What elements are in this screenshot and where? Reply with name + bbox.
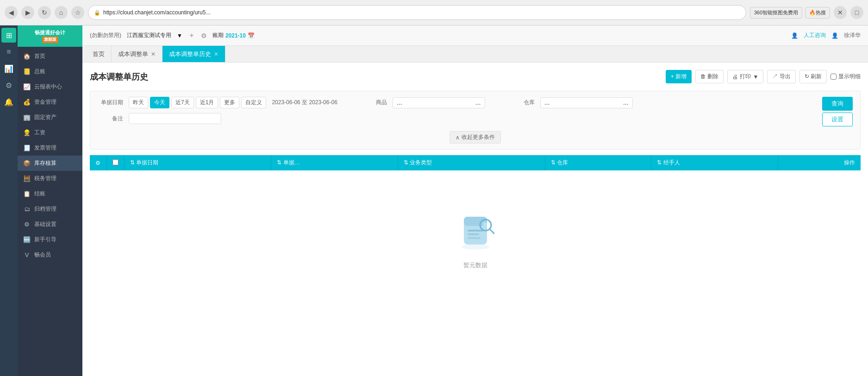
sidebar-label-ledger: 总账: [34, 68, 45, 75]
empty-state: 暂元数据: [90, 170, 861, 307]
sidebar-item-archive[interactable]: 🗂 归档管理: [18, 201, 82, 217]
calendar-icon[interactable]: 📅: [248, 32, 255, 39]
collapse-button[interactable]: ∧ 收起更多条件: [450, 131, 501, 144]
export-button[interactable]: ↗ 导出: [767, 70, 795, 83]
goods-select-btn[interactable]: … …: [393, 97, 485, 108]
date-custom-btn[interactable]: 自定义: [241, 97, 266, 108]
show-detail-checkbox[interactable]: 显示明细: [831, 73, 861, 81]
address-bar[interactable]: 🔒 https://cloud.chanjet.com/accounting/u…: [88, 5, 746, 20]
th-settings[interactable]: ⚙: [90, 155, 106, 170]
icon-bar: ⊞ ≡ 📊 ⚙ 🔔: [0, 25, 18, 376]
print-dropdown-icon[interactable]: ▼: [753, 74, 758, 80]
iconbar-item-0[interactable]: ⊞: [1, 28, 16, 43]
filter-area: 单据日期 昨天 今天 近7天 近1月 更多 自定义 2023-06-06 至 2…: [90, 91, 861, 150]
th-date-label: ⇅ 单据日期: [130, 159, 158, 166]
th-checkbox[interactable]: [106, 155, 124, 170]
tab-cost-adjust-history[interactable]: 成本调整单历史 ✕: [162, 46, 225, 62]
lock-icon: 🔒: [94, 10, 100, 16]
svg-rect-4: [468, 233, 479, 235]
date-yesterday-btn[interactable]: 昨天: [129, 97, 148, 108]
user-service-label[interactable]: 人工咨询: [804, 31, 826, 39]
main-content: (勿删勿禁用) 江西服宝测试专用 ▼ ＋ ⚙ 账期 2021-10 📅 👤 人工…: [82, 25, 868, 376]
page-actions: + 新增 🗑 删除 🖨 打印 ▼ ↗ 导出 ↻ 刷新 显示明细: [666, 70, 861, 83]
th-handler[interactable]: ⇅ 经手人: [651, 155, 778, 170]
svg-point-0: [462, 244, 489, 250]
th-number-label: ⇅ 单据…: [277, 159, 300, 166]
sidebar-label-settings: 基础设置: [34, 220, 56, 228]
show-detail-input[interactable]: [831, 74, 837, 80]
tab-home[interactable]: 首页: [86, 46, 112, 62]
iconbar-item-3[interactable]: ⚙: [1, 78, 16, 93]
archive-icon: 🗂: [23, 206, 31, 213]
home-button[interactable]: ⌂: [55, 6, 68, 19]
url-text: https://cloud.chanjet.com/accounting/uru…: [103, 9, 210, 16]
sidebar-item-ledger[interactable]: 📒 总账: [18, 64, 82, 79]
window-max-button[interactable]: □: [850, 6, 863, 19]
tab-cost-adjust-close[interactable]: ✕: [151, 51, 156, 57]
browser-chrome: ◀ ▶ ↻ ⌂ ☆ 🔒 https://cloud.chanjet.com/ac…: [0, 0, 868, 25]
sidebar-item-inventory[interactable]: 📦 库存核算: [18, 156, 82, 171]
sidebar-item-funds[interactable]: 💰 资金管理: [18, 94, 82, 110]
setting-button[interactable]: 设置: [822, 113, 853, 126]
sidebar-logo: 畅捷通好会计 旗舰版: [35, 29, 65, 43]
hot-search-label[interactable]: 🔥热搜: [805, 7, 830, 19]
tab-cost-adjust-history-close[interactable]: ✕: [214, 51, 219, 57]
gear-icon[interactable]: ⚙: [201, 32, 207, 39]
settings-icon: ⚙: [23, 221, 31, 228]
sidebar-item-payroll[interactable]: 👷 工资: [18, 125, 82, 140]
iconbar-item-4[interactable]: 🔔: [1, 94, 16, 109]
th-warehouse[interactable]: ⇅ 仓库: [545, 155, 651, 170]
vip-icon: V: [23, 251, 31, 258]
empty-state-cell: 暂元数据: [90, 170, 861, 307]
warehouse-select-btn[interactable]: … …: [540, 97, 633, 108]
sidebar-item-guide[interactable]: 🆕 新手引导: [18, 232, 82, 247]
new-button[interactable]: + 新增: [666, 70, 692, 83]
dropdown-icon[interactable]: ▼: [177, 32, 182, 39]
th-number[interactable]: ⇅ 单据…: [271, 155, 398, 170]
window-close-button[interactable]: ✕: [834, 6, 847, 19]
sidebar-item-tax[interactable]: 🧮 税务管理: [18, 171, 82, 186]
date-7days-btn[interactable]: 近7天: [171, 97, 194, 108]
guide-icon: 🆕: [23, 236, 31, 243]
app-container: ⊞ ≡ 📊 ⚙ 🔔 畅捷通好会计 旗舰版 🏠 首页 📒 总账 📈 云报表中心: [0, 25, 868, 376]
collapse-label: 收起更多条件: [462, 133, 495, 141]
date-more-btn[interactable]: 更多: [220, 97, 239, 108]
sidebar-item-home[interactable]: 🏠 首页: [18, 49, 82, 64]
back-button[interactable]: ◀: [5, 6, 18, 19]
date-today-btn[interactable]: 今天: [150, 97, 169, 108]
star-button[interactable]: ☆: [71, 6, 84, 19]
th-date[interactable]: ⇅ 单据日期: [124, 155, 271, 170]
th-biztype[interactable]: ⇅ 业务类型: [398, 155, 545, 170]
delete-button[interactable]: 🗑 删除: [695, 70, 724, 83]
print-button[interactable]: 🖨 打印 ▼: [727, 70, 763, 83]
ledger-icon: 📒: [23, 68, 31, 75]
refresh-button[interactable]: ↻: [38, 6, 51, 19]
iconbar-item-1[interactable]: ≡: [1, 44, 16, 59]
add-company-btn[interactable]: ＋: [188, 31, 195, 40]
sidebar-label-home: 首页: [34, 52, 45, 60]
date-1month-btn[interactable]: 近1月: [196, 97, 219, 108]
iconbar-item-2[interactable]: 📊: [1, 61, 16, 76]
refresh-button-page[interactable]: ↻ 刷新: [799, 70, 827, 83]
home-icon: 🏠: [23, 53, 31, 60]
filter-row-2: 备注: [98, 113, 815, 124]
browser-actions: 360智能抠图免费用 🔥热搜: [750, 7, 830, 19]
sidebar-item-vip[interactable]: V 畅会员: [18, 247, 82, 263]
tab-cost-adjust-history-label: 成本调整单历史: [169, 50, 211, 58]
remark-input[interactable]: [129, 113, 221, 124]
svg-rect-5: [468, 237, 481, 239]
period-label: 账期: [212, 31, 224, 39]
sidebar-item-invoice[interactable]: 🧾 发票管理: [18, 140, 82, 156]
company-name: 江西服宝测试专用: [127, 31, 171, 39]
sidebar-item-settings[interactable]: ⚙ 基础设置: [18, 217, 82, 232]
sidebar-item-assets[interactable]: 🏢 固定资产: [18, 110, 82, 125]
sidebar-item-report[interactable]: 📈 云报表中心: [18, 79, 82, 94]
user-avatar-icon: 👤: [831, 32, 838, 39]
sidebar-item-close[interactable]: 📋 结账: [18, 186, 82, 201]
user-name[interactable]: 徐泽华: [844, 31, 861, 39]
forward-button[interactable]: ▶: [21, 6, 34, 19]
tab-cost-adjust[interactable]: 成本调整单 ✕: [112, 46, 162, 62]
query-button[interactable]: 查询: [822, 97, 853, 111]
select-all-checkbox[interactable]: [112, 159, 119, 165]
search-bar-text[interactable]: 360智能抠图免费用: [750, 7, 802, 19]
